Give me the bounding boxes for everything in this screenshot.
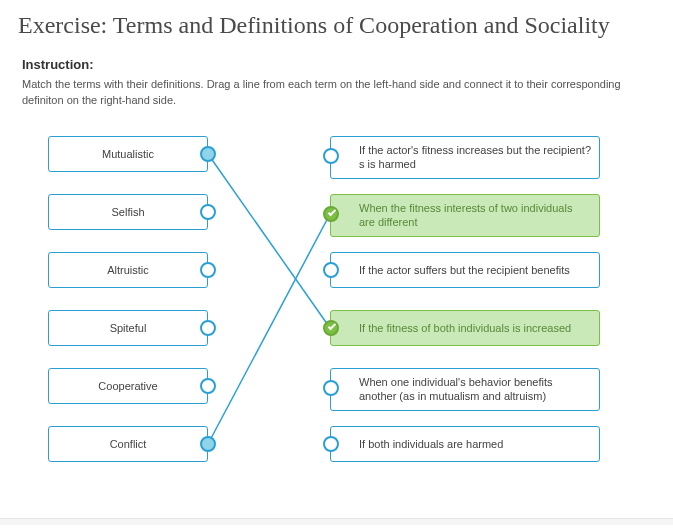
definition-connector[interactable] (323, 380, 339, 396)
definition-box[interactable]: If both individuals are harmed (330, 426, 600, 462)
term-box[interactable]: Cooperative (48, 368, 208, 404)
definition-text: If both individuals are harmed (359, 437, 503, 451)
instruction-block: Instruction: Match the terms with their … (0, 47, 673, 114)
definition-box[interactable]: If the actor suffers but the recipient b… (330, 252, 600, 288)
connection-line (208, 214, 330, 444)
definition-text: When one individual's behavior benefits … (359, 375, 591, 404)
term-label: Selfish (111, 206, 144, 218)
term-connector[interactable] (200, 146, 216, 162)
term-box[interactable]: Mutualistic (48, 136, 208, 172)
term-label: Spiteful (110, 322, 147, 334)
term-connector[interactable] (200, 320, 216, 336)
instruction-text: Match the terms with their definitions. … (22, 77, 653, 108)
page-title: Exercise: Terms and Definitions of Coope… (0, 0, 673, 47)
definition-text: When the fitness interests of two indivi… (359, 201, 591, 230)
term-label: Mutualistic (102, 148, 154, 160)
term-connector[interactable] (200, 204, 216, 220)
definition-connector[interactable] (323, 436, 339, 452)
term-box[interactable]: Altruistic (48, 252, 208, 288)
term-connector[interactable] (200, 436, 216, 452)
definition-connector[interactable] (323, 148, 339, 164)
connection-line (208, 154, 330, 328)
term-connector[interactable] (200, 378, 216, 394)
check-icon[interactable] (323, 320, 339, 336)
check-icon[interactable] (323, 206, 339, 222)
term-connector[interactable] (200, 262, 216, 278)
definition-text: If the actor suffers but the recipient b… (359, 263, 570, 277)
term-box[interactable]: Selfish (48, 194, 208, 230)
term-label: Cooperative (98, 380, 157, 392)
term-box[interactable]: Conflict (48, 426, 208, 462)
instruction-label: Instruction: (22, 57, 653, 72)
definition-box[interactable]: If the fitness of both individuals is in… (330, 310, 600, 346)
matching-arena[interactable]: MutualisticSelfishAltruisticSpitefulCoop… (0, 124, 673, 504)
definition-text: If the fitness of both individuals is in… (359, 321, 571, 335)
definition-box[interactable]: When the fitness interests of two indivi… (330, 194, 600, 237)
footer-bar (0, 518, 673, 525)
definition-text: If the actor's fitness increases but the… (359, 143, 591, 172)
term-label: Conflict (110, 438, 147, 450)
term-box[interactable]: Spiteful (48, 310, 208, 346)
definition-box[interactable]: When one individual's behavior benefits … (330, 368, 600, 411)
definition-box[interactable]: If the actor's fitness increases but the… (330, 136, 600, 179)
definition-connector[interactable] (323, 262, 339, 278)
term-label: Altruistic (107, 264, 149, 276)
